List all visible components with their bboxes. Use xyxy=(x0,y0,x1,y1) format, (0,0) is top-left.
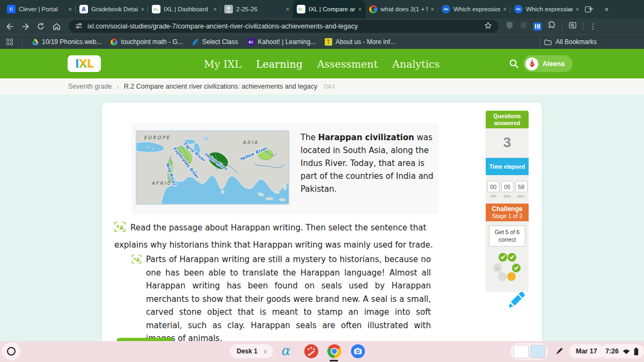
nav-learning[interactable]: Learning xyxy=(256,58,303,70)
challenge-body: Get 5 of 6 correct xyxy=(486,221,529,292)
ixl-favicon: IXL xyxy=(297,5,305,13)
bookmark-select-class[interactable]: Select Class xyxy=(192,38,238,46)
window-controls: – × xyxy=(568,0,609,18)
stylus-tools-button[interactable] xyxy=(554,346,564,358)
calendar-date-button[interactable]: Mar 17 xyxy=(569,344,604,358)
close-window-button[interactable]: × xyxy=(604,5,609,13)
tab-close-icon[interactable]: × xyxy=(431,6,434,12)
map-label-asia: ASIA xyxy=(243,140,259,145)
bookmark-touchpoint[interactable]: touchpoint math - G... xyxy=(111,38,182,46)
search-icon[interactable] xyxy=(508,58,519,71)
back-icon[interactable] xyxy=(4,21,15,32)
nav-analytics[interactable]: Analytics xyxy=(392,58,440,70)
ixl-logo[interactable]: IXL xyxy=(68,55,101,72)
camera-app-icon[interactable] xyxy=(350,344,365,359)
shield-dim-icon[interactable] xyxy=(519,21,528,32)
guitar-icon xyxy=(528,60,536,68)
questions-answered-header: Questions answered xyxy=(486,111,529,128)
tab-close-icon[interactable]: × xyxy=(286,6,289,12)
alpha-app-icon[interactable]: α xyxy=(281,343,290,358)
chevron-right-icon: › xyxy=(264,347,267,356)
breadcrumb-grade-link[interactable]: Seventh grade xyxy=(68,83,112,90)
url-text[interactable]: ixl.com/social-studies/grade-7/compare-a… xyxy=(87,23,479,30)
tab-title: Which expression xyxy=(526,6,573,12)
status-tray[interactable]: 7:26 xyxy=(600,344,644,358)
nav-assessment[interactable]: Assessment xyxy=(317,58,378,70)
chevron-right-icon: › xyxy=(116,83,119,91)
side-search-icon[interactable] xyxy=(568,21,577,32)
tab-close-icon[interactable]: × xyxy=(503,6,507,12)
scratchpad-pencil-icon[interactable] xyxy=(504,288,528,312)
screenshot-thumbnail[interactable] xyxy=(530,344,545,358)
map-label-europe: EUROPE xyxy=(144,135,171,140)
svg-text:A: A xyxy=(136,257,141,263)
user-account-button[interactable]: Aleena xyxy=(523,55,573,72)
time-min: 05 xyxy=(501,181,514,192)
bookmark-kahoot[interactable]: K! Kahoot! | Learning... xyxy=(247,38,316,46)
address-bar[interactable]: ixl.com/social-studies/grade-7/compare-a… xyxy=(69,20,499,33)
read-aloud-icon[interactable]: x A xyxy=(131,255,142,268)
reading-extension-icon[interactable] xyxy=(533,23,541,31)
extensions-puzzle-icon[interactable] xyxy=(547,21,556,32)
battery-icon xyxy=(634,347,639,356)
tab-close-icon[interactable]: × xyxy=(141,6,144,12)
tab-filo-1[interactable]: filo Which expression × xyxy=(438,0,510,18)
chrome-running-indicator xyxy=(330,360,338,361)
tab-title: IXL | Compare an xyxy=(309,6,355,12)
kahoot-icon: K! xyxy=(247,38,255,46)
practice-stats-panel: Questions answered 3 Time elapsed 00 05 … xyxy=(486,111,529,292)
google-icon xyxy=(111,39,118,46)
avatar xyxy=(525,57,538,70)
chromeos-shelf: Desk 1 › α xyxy=(0,341,644,362)
home-icon[interactable] xyxy=(51,21,62,32)
filo-favicon: filo xyxy=(514,5,523,13)
minimize-button[interactable]: – xyxy=(568,5,572,13)
extensions-cluster: ⋮ xyxy=(506,21,597,32)
all-bookmarks-button[interactable]: All Bookmarks xyxy=(540,38,597,46)
tab-title: Gradebook Detail xyxy=(91,6,138,12)
progress-dot-current xyxy=(507,272,516,281)
restore-button[interactable] xyxy=(585,6,591,12)
clever-favicon: C xyxy=(7,5,16,13)
launcher-button[interactable] xyxy=(2,342,20,360)
drive-icon xyxy=(32,39,39,46)
clock: 7:26 xyxy=(605,347,619,355)
screenshot-thumbnail[interactable] xyxy=(514,345,529,358)
tab-ixl-compare-active[interactable]: IXL IXL | Compare an × xyxy=(293,0,365,18)
bookmark-star-icon[interactable] xyxy=(484,21,492,31)
tab-close-icon[interactable]: × xyxy=(358,6,362,12)
divider xyxy=(583,22,583,31)
tab-close-icon[interactable]: × xyxy=(69,6,72,12)
tab-strip: C Clever | Portal × A Gradebook Detail ×… xyxy=(0,0,644,18)
read-aloud-icon[interactable]: x A xyxy=(114,222,126,237)
browser-toolbar: ixl.com/social-studies/grade-7/compare-a… xyxy=(0,18,644,34)
forward-icon[interactable] xyxy=(20,21,31,32)
canvas-app-icon[interactable] xyxy=(304,344,319,359)
time-elapsed-header: Time elapsed xyxy=(486,158,529,175)
tab-ixl-dashboard[interactable]: IXL IXL | Dashboard × xyxy=(148,0,221,18)
tab-google-search[interactable]: what does 3(1 + 5 × xyxy=(365,0,438,18)
skill-code: DAX xyxy=(324,83,335,90)
progress-ring: ★ xyxy=(489,251,525,285)
bookmark-phonics[interactable]: 10/19 Phonics.web... xyxy=(32,38,101,46)
nav-my-ixl[interactable]: My IXL xyxy=(204,58,241,70)
site-settings-icon[interactable] xyxy=(75,22,83,31)
tab-2-25-26[interactable]: 2-25-26 × xyxy=(221,0,293,18)
desk-switcher[interactable]: Desk 1 › xyxy=(230,344,273,358)
bookmark-about-us[interactable]: T About us - More inf... xyxy=(325,38,395,46)
tab-gradebook[interactable]: A Gradebook Detail × xyxy=(76,0,148,18)
breadcrumb: Seventh grade › R.2 Compare ancient rive… xyxy=(0,78,644,95)
pen-icon xyxy=(192,39,199,46)
divider xyxy=(562,22,562,31)
browser-menu-icon[interactable]: ⋮ xyxy=(589,22,597,31)
reload-icon[interactable] xyxy=(35,21,46,32)
tab-close-icon[interactable]: × xyxy=(214,6,217,12)
adblock-shield-icon[interactable] xyxy=(506,21,514,32)
passage-text[interactable]: x A Parts of Harappan writing are still … xyxy=(131,253,431,342)
bookmarks-bar: 10/19 Phonics.web... touchpoint math - G… xyxy=(0,34,644,49)
apps-grid-icon[interactable] xyxy=(6,39,13,45)
launcher-circle-icon xyxy=(7,347,16,356)
holding-space-tote[interactable] xyxy=(510,343,548,360)
tab-clever-portal[interactable]: C Clever | Portal × xyxy=(3,0,76,18)
chrome-app-icon[interactable] xyxy=(327,344,342,359)
